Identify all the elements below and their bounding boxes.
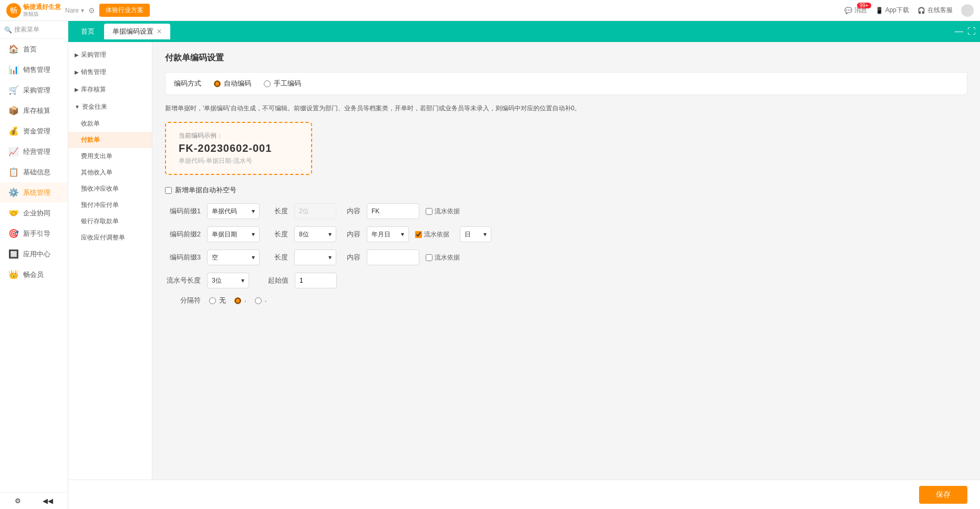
avatar — [961, 4, 974, 17]
sub-item-bank[interactable]: 银行存取款单 — [68, 213, 152, 230]
sidebar-item-enterprise[interactable]: 🤝 企业协同 — [0, 203, 68, 223]
stream2-checkbox-input[interactable] — [415, 231, 422, 238]
sub-item-prepayment-receivable[interactable]: 预收冲应收单 — [68, 181, 152, 197]
sep-dot2-radio[interactable]: · — [255, 297, 267, 305]
settings-bottom-icon[interactable]: ⚙ — [15, 497, 21, 505]
auto-fill-checkbox[interactable] — [165, 187, 172, 194]
search-menu[interactable]: 🔍 搜索菜单 — [0, 21, 68, 39]
search-menu-label: 搜索菜单 — [14, 25, 39, 34]
sub-group-inventory-title[interactable]: ▶ 库存核算 — [68, 81, 152, 98]
length3-label: 长度 — [274, 253, 288, 262]
apps-icon: 🔲 — [8, 249, 19, 259]
sub-item-other-income[interactable]: 其他收入单 — [68, 164, 152, 181]
messages-badge: 99+ — [857, 3, 871, 8]
sidebar-item-system[interactable]: ⚙️ 系统管理 — [0, 182, 68, 203]
mobile-icon: 📱 — [875, 7, 883, 14]
enterprise-select[interactable]: Nare ▾ — [65, 7, 84, 14]
collapse-icon[interactable]: ◀◀ — [43, 497, 53, 505]
collapse-inventory-icon: ▶ — [75, 87, 79, 92]
auto-fill-row: 新增单据自动补空号 — [165, 185, 967, 195]
content1-label: 内容 — [347, 206, 360, 216]
auto-code-label: 自动编码 — [224, 79, 251, 88]
prefix3-chevron-icon: ▾ — [252, 254, 255, 261]
sub-item-adjustment[interactable]: 应收应付调整单 — [68, 230, 152, 246]
tab-code-settings-label: 单据编码设置 — [112, 27, 153, 36]
code-example-label: 当前编码示例： — [179, 131, 298, 140]
tab-close-icon[interactable]: ✕ — [157, 28, 162, 35]
stream3-checkbox-input[interactable] — [426, 254, 432, 261]
length2-select[interactable]: 8位 ▾ — [294, 226, 336, 242]
online-support-btn[interactable]: 🎧 在线客服 — [917, 6, 953, 15]
sep-dot-radio-input[interactable] — [234, 297, 241, 304]
manual-code-radio[interactable]: 手工编码 — [264, 79, 301, 88]
prefix1-label: 编码前缀1 — [165, 206, 201, 216]
sidebar-item-purchase[interactable]: 🛒 采购管理 — [0, 80, 68, 100]
sub-item-receipt[interactable]: 收款单 — [68, 116, 152, 132]
auto-code-radio-input[interactable] — [214, 80, 221, 87]
serial-length-value: 3位 — [212, 276, 222, 285]
app-download-btn[interactable]: 📱 App下载 — [875, 6, 909, 15]
sidebar-item-sales[interactable]: 📊 销售管理 — [0, 59, 68, 80]
sidebar-item-apps[interactable]: 🔲 应用中心 — [0, 244, 68, 264]
length2-label: 长度 — [274, 230, 288, 239]
stream2-label: 流水依据 — [424, 230, 449, 239]
prefix1-select[interactable]: 单据代码 ▾ — [207, 203, 260, 219]
sub-group-purchase-title[interactable]: ▶ 采购管理 — [68, 46, 152, 64]
length3-select[interactable]: ▾ — [294, 250, 336, 265]
manual-code-radio-input[interactable] — [264, 80, 271, 87]
operation-icon: 📈 — [8, 147, 19, 157]
sub-group-inventory-label: 库存核算 — [81, 85, 106, 94]
user-avatar[interactable] — [961, 4, 974, 17]
length3-chevron-icon: ▾ — [328, 254, 332, 261]
content3-label: 内容 — [347, 253, 360, 262]
prefix3-label: 编码前缀3 — [165, 253, 201, 262]
sep-dot2-radio-input[interactable] — [255, 297, 262, 304]
prefix2-value: 单据日期 — [212, 230, 237, 239]
info-text: 新增单据时，'单据编码'自动生成，不可编辑。前缀设置为部门、业务员等档案类，开单… — [165, 103, 967, 113]
settings-icon[interactable]: ⚙ — [88, 6, 95, 15]
sidebar-item-enterprise-label: 企业协同 — [23, 209, 50, 218]
prefix3-select[interactable]: 空 ▾ — [207, 250, 260, 265]
serial-row: 流水号长度 3位 ▾ 起始值 1 — [165, 273, 967, 288]
stream1-checkbox: 流水依据 — [426, 207, 460, 216]
save-button[interactable]: 保存 — [919, 486, 967, 504]
sub-item-prepayment-payable[interactable]: 预付冲应付单 — [68, 197, 152, 213]
main-layout: 🔍 搜索菜单 🏠 首页 📊 销售管理 🛒 采购管理 📦 库存核算 💰 资金管理 … — [0, 21, 980, 509]
expand-icon[interactable]: ⛶ — [967, 27, 976, 36]
messages-btn[interactable]: 💬 消息 99+ — [844, 6, 867, 15]
sidebar-item-member[interactable]: 👑 畅会员 — [0, 264, 68, 285]
sidebar-item-operation[interactable]: 📈 经营管理 — [0, 141, 68, 162]
auto-fill-label: 新增单据自动补空号 — [175, 185, 236, 195]
sep-dot-radio[interactable]: · — [234, 297, 246, 305]
content2-select[interactable]: 年月日 ▾ — [367, 226, 409, 242]
inventory-icon: 📦 — [8, 106, 19, 116]
sidebar-item-finance[interactable]: 💰 资金管理 — [0, 121, 68, 141]
tab-home[interactable]: 首页 — [73, 24, 103, 39]
form-row-2: 编码前缀2 单据日期 ▾ 长度 8位 ▾ 内容 年月日 ▾ — [165, 226, 967, 242]
tab-code-settings[interactable]: 单据编码设置 ✕ — [104, 24, 170, 39]
stream3-checkbox: 流水依据 — [426, 253, 460, 262]
sub-item-expense[interactable]: 费用支出单 — [68, 148, 152, 164]
code-method-label: 编码方式 — [174, 79, 201, 88]
sub-group-funds-title[interactable]: ▼ 资金往来 — [68, 98, 152, 116]
auto-code-radio[interactable]: 自动编码 — [214, 79, 251, 88]
sidebar-item-home[interactable]: 🏠 首页 — [0, 39, 68, 59]
prefix1-chevron-icon: ▾ — [252, 207, 255, 215]
sidebar-item-basic[interactable]: 📋 基础信息 — [0, 162, 68, 182]
sep-none-radio-input[interactable] — [209, 297, 216, 304]
sub-group-sales-title[interactable]: ▶ 销售管理 — [68, 64, 152, 81]
sidebar-item-inventory[interactable]: 📦 库存核算 — [0, 100, 68, 121]
enterprise-icon: 🤝 — [8, 208, 19, 218]
stream2-select[interactable]: 日 ▾ — [460, 226, 491, 242]
experience-btn[interactable]: 体验行业方案 — [99, 4, 150, 17]
serial-length-select[interactable]: 3位 ▾ — [207, 273, 249, 288]
sep-none-radio[interactable]: 无 — [209, 296, 226, 305]
minimize-icon[interactable]: — — [955, 27, 963, 36]
sub-item-payment[interactable]: 付款单 — [68, 132, 152, 148]
prefix2-select[interactable]: 单据日期 ▾ — [207, 226, 260, 242]
sidebar-item-guide[interactable]: 🎯 新手引导 — [0, 223, 68, 244]
start-value-input[interactable]: 1 — [295, 273, 337, 288]
search-icon: 🔍 — [4, 26, 12, 34]
prefix3-value: 空 — [212, 253, 218, 262]
stream1-checkbox-input[interactable] — [426, 208, 432, 215]
